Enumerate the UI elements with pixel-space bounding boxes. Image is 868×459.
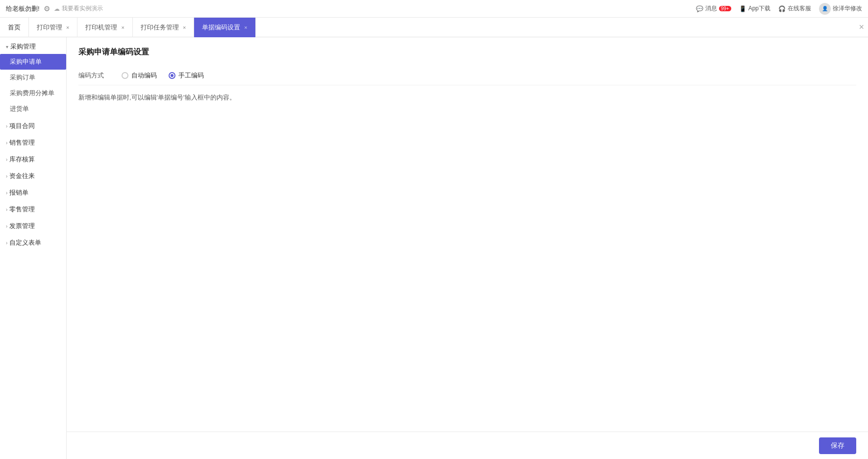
arrow-right-icon-7: › xyxy=(6,224,7,229)
sidebar-group-invoice-label: 发票管理 xyxy=(9,222,35,230)
sidebar-item-purchase-order[interactable]: 采购订单 xyxy=(0,70,66,85)
arrow-right-icon-8: › xyxy=(6,240,7,246)
auto-code-label: 自动编码 xyxy=(131,71,157,80)
sidebar-item-purchase-expense[interactable]: 采购费用分摊单 xyxy=(0,85,66,101)
main-layout: ▾ 采购管理 采购申请单 采购订单 采购费用分摊单 进货单 › 项目合同 xyxy=(0,37,868,459)
example-link-text: 我要看实例演示 xyxy=(62,4,103,13)
message-icon: 💬 xyxy=(696,5,703,12)
sidebar-group-sales-title[interactable]: › 销售管理 xyxy=(0,133,66,150)
message-label: 消息 xyxy=(705,4,717,13)
tab-print-management-label: 打印管理 xyxy=(37,23,62,32)
arrow-right-icon-4: › xyxy=(6,174,7,179)
message-badge: 99+ xyxy=(719,6,731,11)
user-menu[interactable]: 👤 徐泽华修改 xyxy=(819,3,862,15)
content: 采购申请单编码设置 编码方式 自动编码 手工编码 新增和编辑单据时,可以编辑'单… xyxy=(67,37,868,459)
sidebar-group-custom-form-title[interactable]: › 自定义表单 xyxy=(0,233,66,250)
tab-barcode-setting-label: 单据编码设置 xyxy=(202,23,240,32)
tab-print-management-close[interactable]: × xyxy=(66,25,69,30)
info-text: 新增和编辑单据时,可以编辑'单据编号'输入框中的内容。 xyxy=(78,93,856,102)
sidebar-group-returns-title[interactable]: › 报销单 xyxy=(0,183,66,200)
encoding-label: 编码方式 xyxy=(78,71,104,80)
sidebar-item-stock-in[interactable]: 进货单 xyxy=(0,101,66,117)
sidebar-group-inventory-label: 库存核算 xyxy=(9,155,35,164)
avatar: 👤 xyxy=(819,3,831,15)
sidebar-group-custom-form-label: 自定义表单 xyxy=(9,238,41,247)
encoding-row: 编码方式 自动编码 手工编码 xyxy=(78,66,856,85)
sidebar-group-retail-title[interactable]: › 零售管理 xyxy=(0,200,66,217)
save-button[interactable]: 保存 xyxy=(819,437,856,454)
manual-code-label: 手工编码 xyxy=(178,71,204,80)
tab-barcode-setting[interactable]: 单据编码设置 × xyxy=(194,18,255,37)
tab-bar: 首页 打印管理 × 打印机管理 × 打印任务管理 × 单据编码设置 × × xyxy=(0,18,868,37)
radio-manual-circle[interactable] xyxy=(169,72,175,79)
tab-print-task[interactable]: 打印任务管理 × xyxy=(133,18,194,37)
page-title: 采购申请单编码设置 xyxy=(78,47,856,57)
online-service-btn[interactable]: 🎧 在线客服 xyxy=(778,4,811,13)
arrow-down-icon: ▾ xyxy=(6,44,8,50)
example-link[interactable]: ☁ 我要看实例演示 xyxy=(54,4,103,13)
sidebar-group-returns: › 报销单 xyxy=(0,183,66,200)
sidebar-group-inventory-title[interactable]: › 库存核算 xyxy=(0,150,66,167)
tab-printer-management-close[interactable]: × xyxy=(121,25,124,30)
sidebar-group-finance-label: 资金往来 xyxy=(9,172,35,180)
sidebar-item-purchase-request-label: 采购申请单 xyxy=(10,58,42,65)
tab-print-task-label: 打印任务管理 xyxy=(141,23,179,32)
cloud-icon: ☁ xyxy=(54,5,60,12)
tab-print-management[interactable]: 打印管理 × xyxy=(29,18,77,37)
app-download-btn[interactable]: 📱 App下载 xyxy=(739,4,770,13)
sidebar-group-invoice: › 发票管理 xyxy=(0,217,66,233)
top-bar-left: 给老板勿删! ⚙ ☁ 我要看实例演示 xyxy=(6,4,103,13)
sidebar-group-retail: › 零售管理 xyxy=(0,200,66,217)
radio-auto-code[interactable]: 自动编码 xyxy=(122,71,157,80)
sidebar-group-purchase-title[interactable]: ▾ 采购管理 xyxy=(0,37,66,54)
sidebar-item-purchase-expense-label: 采购费用分摊单 xyxy=(10,89,54,97)
arrow-right-icon-6: › xyxy=(6,207,7,212)
sidebar-group-returns-label: 报销单 xyxy=(9,188,28,197)
service-icon: 🎧 xyxy=(778,5,786,12)
sidebar-group-project-label: 项目合同 xyxy=(9,122,35,130)
message-btn[interactable]: 💬 消息 99+ xyxy=(696,4,731,13)
app-icon: 📱 xyxy=(739,5,746,12)
sidebar-group-project-title[interactable]: › 项目合同 xyxy=(0,117,66,133)
radio-auto-circle[interactable] xyxy=(122,72,128,79)
sidebar-item-stock-in-label: 进货单 xyxy=(10,105,29,112)
sidebar-group-purchase: ▾ 采购管理 采购申请单 采购订单 采购费用分摊单 进货单 xyxy=(0,37,66,117)
tab-bar-right: × xyxy=(256,22,868,32)
sidebar-item-purchase-request[interactable]: 采购申请单 xyxy=(0,54,66,70)
top-bar-right: 💬 消息 99+ 📱 App下载 🎧 在线客服 👤 徐泽华修改 xyxy=(696,3,862,15)
tab-printer-management-label: 打印机管理 xyxy=(85,23,117,32)
tab-print-task-close[interactable]: × xyxy=(183,25,186,30)
sidebar-group-finance-title[interactable]: › 资金往来 xyxy=(0,167,66,183)
sidebar-group-custom-form: › 自定义表单 xyxy=(0,233,66,250)
sidebar-group-sales-label: 销售管理 xyxy=(9,138,35,147)
app-download-label: App下载 xyxy=(748,4,770,13)
arrow-right-icon-3: › xyxy=(6,157,7,162)
content-inner: 采购申请单编码设置 编码方式 自动编码 手工编码 新增和编辑单据时,可以编辑'单… xyxy=(67,37,868,432)
arrow-right-icon-2: › xyxy=(6,140,7,146)
user-name: 徐泽华修改 xyxy=(833,4,862,13)
tab-printer-management[interactable]: 打印机管理 × xyxy=(77,18,132,37)
tab-barcode-setting-close[interactable]: × xyxy=(244,25,247,30)
sidebar-group-purchase-label: 采购管理 xyxy=(10,42,36,51)
settings-icon[interactable]: ⚙ xyxy=(44,4,50,13)
sidebar: ▾ 采购管理 采购申请单 采购订单 采购费用分摊单 进货单 › 项目合同 xyxy=(0,37,67,459)
sidebar-group-inventory: › 库存核算 xyxy=(0,150,66,167)
sidebar-group-project: › 项目合同 xyxy=(0,117,66,133)
tab-home[interactable]: 首页 xyxy=(0,18,29,37)
sidebar-group-finance: › 资金往来 xyxy=(0,167,66,183)
app-title: 给老板勿删! xyxy=(6,4,40,13)
arrow-right-icon: › xyxy=(6,124,7,129)
arrow-right-icon-5: › xyxy=(6,190,7,196)
radio-manual-code[interactable]: 手工编码 xyxy=(169,71,204,80)
online-service-label: 在线客服 xyxy=(788,4,811,13)
sidebar-group-invoice-title[interactable]: › 发票管理 xyxy=(0,217,66,233)
tab-home-label: 首页 xyxy=(8,23,21,32)
sidebar-group-retail-label: 零售管理 xyxy=(9,205,35,214)
close-all-icon[interactable]: × xyxy=(859,22,864,32)
sidebar-group-sales: › 销售管理 xyxy=(0,133,66,150)
sidebar-item-purchase-order-label: 采购订单 xyxy=(10,74,35,81)
top-bar: 给老板勿删! ⚙ ☁ 我要看实例演示 💬 消息 99+ 📱 App下载 🎧 在线… xyxy=(0,0,868,18)
bottom-bar: 保存 xyxy=(67,432,868,459)
